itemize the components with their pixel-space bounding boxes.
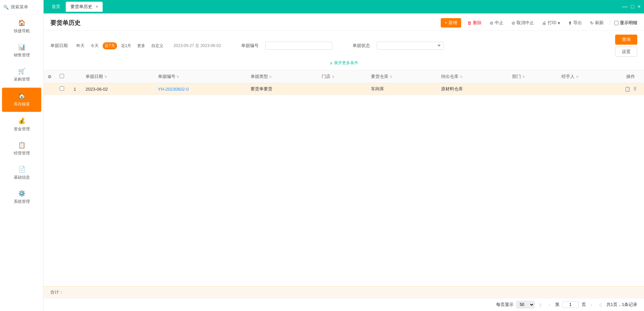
sidebar-item-system[interactable]: ⚙️ 系统管理 [0, 185, 43, 209]
sort-type-icon: ⇅ [269, 75, 272, 79]
sidebar-item-inventory-label: 库存核算 [14, 101, 30, 107]
sidebar-item-basic[interactable]: 📄 基础信息 [0, 161, 43, 185]
pagination: 每页显示 50 100 200 |‹ ‹ 第 页 › ›| 共1页，1条记录 [44, 298, 644, 311]
col-type-header[interactable]: 单据类型 ⇅ [247, 70, 318, 83]
row-no[interactable]: YH-20230602-0 [154, 83, 247, 95]
sidebar: 🔍 搜索菜单 🏠 快捷导航 📊 销售管理 🛒 采购管理 🏠 库存核算 💰 资金管… [0, 0, 44, 311]
table-wrap: ⚙ 单据日期 ⇅ 单据编号 [44, 70, 644, 286]
sort-req-warehouse-icon: ⇅ [390, 75, 392, 79]
date-btn-last7[interactable]: 近7天 [103, 42, 117, 49]
system-icon: ⚙️ [18, 190, 25, 197]
sidebar-item-operation-label: 经营管理 [14, 150, 30, 156]
page-title: 要货单历史 [50, 19, 80, 27]
display-detail-checkbox[interactable] [614, 21, 619, 25]
settings-button[interactable]: 设置 [615, 47, 637, 57]
operation-icon: 📋 [18, 141, 25, 149]
print-button[interactable]: 🖨 打印 ▾ [540, 18, 562, 27]
col-settings[interactable]: ⚙ [44, 70, 56, 83]
col-pending-warehouse-header[interactable]: 待出仓库 ⇅ [437, 70, 508, 83]
status-label: 单据状态 [353, 43, 370, 49]
tab-requisition-history[interactable]: 要货单历史 × [66, 2, 103, 12]
sort-department-icon: ⇅ [522, 75, 525, 79]
col-checkbox-header[interactable] [56, 70, 68, 83]
sidebar-item-inventory[interactable]: 🏠 库存核算 [2, 88, 41, 112]
page-input[interactable] [562, 301, 579, 308]
order-no-input[interactable] [265, 42, 332, 50]
sidebar-item-sales[interactable]: 📊 销售管理 [0, 39, 43, 63]
row-edit-icon[interactable]: 📋 [625, 86, 630, 92]
settings-icon-btn[interactable]: ⚙ [48, 74, 52, 79]
row-no-link[interactable]: YH-20230602-0 [158, 87, 189, 92]
first-page-btn[interactable]: |‹ [537, 301, 544, 308]
tab-home[interactable]: 首页 [47, 2, 65, 12]
window-minimize-btn[interactable]: — [622, 4, 628, 10]
date-label: 单据日期 [50, 43, 68, 49]
status-select-wrapper [377, 42, 444, 50]
print-icon: 🖨 [542, 20, 546, 26]
sidebar-item-home[interactable]: 🏠 快捷导航 [0, 14, 43, 39]
basic-icon: 📄 [18, 166, 25, 173]
data-table: ⚙ 单据日期 ⇅ 单据编号 [44, 70, 644, 95]
sidebar-item-purchase[interactable]: 🛒 采购管理 [0, 63, 43, 87]
date-btn-today[interactable]: 今天 [89, 42, 101, 49]
select-all-checkbox[interactable] [60, 74, 64, 78]
sort-date-icon: ⇅ [104, 75, 107, 79]
next-page-btn[interactable]: › [589, 301, 594, 308]
date-btn-yesterday[interactable]: 昨天 [74, 42, 87, 49]
date-btn-more[interactable]: 更多 [135, 42, 147, 49]
row-actions: 📋 ⠿ [617, 83, 644, 95]
cancel-stop-button[interactable]: ⊘ 取消中止 [509, 18, 536, 27]
purchase-icon: 🛒 [18, 68, 25, 75]
col-date-header[interactable]: 单据日期 ⇅ [82, 70, 154, 83]
filter-row-1: 单据日期 昨天 今天 近7天 近1月 更多 自定义 2023-05-27 至 2… [50, 35, 637, 57]
table-row: 1 2023-06-02 YH-20230602-0 要货单要货 [44, 83, 644, 95]
sort-pending-warehouse-icon: ⇅ [460, 75, 463, 79]
total-info: 共1页，1条记录 [606, 302, 637, 308]
row-more-icon[interactable]: ⠿ [633, 86, 637, 92]
finance-icon: 💰 [18, 117, 25, 125]
table-header-row: ⚙ 单据日期 ⇅ 单据编号 [44, 70, 644, 83]
status-select[interactable] [377, 42, 444, 50]
col-handler-header[interactable]: 经手人 ⇅ [557, 70, 617, 83]
sidebar-item-operation[interactable]: 📋 经营管理 [0, 137, 43, 161]
col-no-header[interactable]: 单据编号 ⇅ [154, 70, 247, 83]
window-close-btn[interactable]: × [638, 4, 641, 10]
date-btn-custom[interactable]: 自定义 [149, 42, 165, 49]
search-menu[interactable]: 🔍 搜索菜单 [0, 0, 43, 14]
row-select-checkbox[interactable] [60, 86, 64, 91]
row-store [318, 83, 367, 95]
date-buttons: 昨天 今天 近7天 近1月 更多 自定义 [74, 42, 165, 49]
col-store-header[interactable]: 门店 ⇅ [318, 70, 367, 83]
page-label: 第 [555, 302, 559, 308]
delete-button[interactable]: 🗑 删除 [465, 18, 484, 27]
sort-no-icon: ⇅ [176, 75, 179, 79]
sidebar-item-finance[interactable]: 💰 资金管理 [0, 113, 43, 137]
summary-label: 合计： [50, 290, 63, 295]
col-actions-header: 操作 [617, 70, 644, 83]
date-btn-last1month[interactable]: 近1月 [119, 42, 133, 49]
new-button[interactable]: + 新增 [441, 18, 461, 28]
query-button[interactable]: 查询 [615, 35, 637, 45]
per-page-select[interactable]: 50 100 200 [516, 301, 535, 308]
row-checkbox[interactable] [56, 83, 68, 95]
expand-chevron-icon: ∨ [330, 61, 333, 65]
delete-icon: 🗑 [467, 20, 472, 26]
tab-close-icon[interactable]: × [96, 4, 98, 9]
display-detail-toggle[interactable]: 显示明细 [614, 20, 637, 26]
refresh-icon: ↻ [590, 20, 594, 26]
toolbar: + 新增 🗑 删除 ⊘ 中止 ⊘ 取消中止 🖨 打 [441, 18, 637, 28]
row-req-warehouse: 车间库 [367, 83, 437, 95]
col-req-warehouse-header[interactable]: 要货仓库 ⇅ [367, 70, 437, 83]
export-button[interactable]: ⬆ 导出 [566, 18, 584, 27]
print-chevron-icon: ▾ [558, 20, 560, 26]
cancel-stop-icon: ⊘ [512, 20, 515, 26]
prev-page-btn[interactable]: ‹ [547, 301, 552, 308]
expand-more-btn[interactable]: ∨ 展开更多条件 [50, 59, 637, 67]
sidebar-item-home-label: 快捷导航 [14, 28, 30, 34]
col-department-header[interactable]: 部门 ⇅ [508, 70, 557, 83]
stop-button[interactable]: ⊘ 中止 [488, 18, 505, 27]
last-page-btn[interactable]: ›| [597, 301, 603, 308]
refresh-button[interactable]: ↻ 刷新 [588, 18, 606, 27]
col-num [68, 70, 82, 83]
window-maximize-btn[interactable]: □ [631, 4, 634, 10]
